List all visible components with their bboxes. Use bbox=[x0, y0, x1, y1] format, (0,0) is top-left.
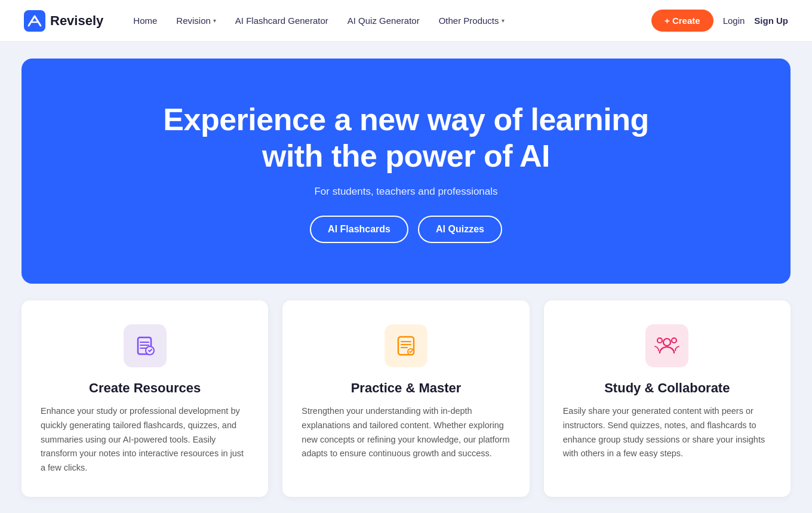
hero-flashcards-button[interactable]: AI Flashcards bbox=[310, 216, 408, 243]
logo-icon bbox=[24, 10, 45, 32]
card-practice-desc: Strengthen your understanding with in-de… bbox=[302, 404, 510, 462]
hero-section: Experience a new way of learning with th… bbox=[21, 59, 791, 284]
logo-link[interactable]: Revisely bbox=[24, 10, 103, 32]
hero-quizzes-button[interactable]: AI Quizzes bbox=[418, 216, 502, 243]
nav-other-products[interactable]: Other Products ▾ bbox=[430, 11, 513, 30]
other-products-chevron-icon: ▾ bbox=[502, 17, 505, 24]
hero-subtitle: For students, teachers and professionals bbox=[45, 186, 767, 198]
nav-ai-flashcard-generator[interactable]: AI Flashcard Generator bbox=[227, 11, 337, 30]
svg-rect-0 bbox=[24, 10, 45, 32]
brand-name: Revisely bbox=[50, 13, 103, 29]
feature-cards: Create Resources Enhance your study or p… bbox=[21, 300, 791, 503]
collaborate-icon-wrap bbox=[645, 324, 688, 367]
edit-icon bbox=[133, 334, 157, 358]
login-button[interactable]: Login bbox=[723, 16, 745, 26]
create-icon-wrap bbox=[124, 324, 167, 367]
card-practice-master: Practice & Master Strengthen your unders… bbox=[282, 300, 529, 497]
nav-actions: + Create Login Sign Up bbox=[651, 10, 788, 32]
card-practice-title: Practice & Master bbox=[302, 380, 510, 396]
nav-revision[interactable]: Revision ▾ bbox=[168, 11, 224, 30]
hero-title: Experience a new way of learning with th… bbox=[45, 102, 767, 175]
svg-point-7 bbox=[657, 338, 662, 343]
card-create-resources: Create Resources Enhance your study or p… bbox=[21, 300, 268, 497]
navbar: Revisely Home Revision ▾ AI Flashcard Ge… bbox=[0, 0, 812, 42]
collaborate-icon bbox=[654, 333, 680, 359]
card-study-collaborate: Study & Collaborate Easily share your ge… bbox=[544, 300, 791, 497]
card-create-title: Create Resources bbox=[41, 380, 249, 396]
card-collaborate-title: Study & Collaborate bbox=[563, 380, 771, 396]
create-button[interactable]: + Create bbox=[651, 10, 713, 32]
nav-ai-quiz-generator[interactable]: AI Quiz Generator bbox=[339, 11, 428, 30]
nav-home[interactable]: Home bbox=[125, 11, 165, 30]
svg-point-6 bbox=[672, 338, 676, 343]
quiz-icon bbox=[394, 334, 418, 358]
card-collaborate-desc: Easily share your generated content with… bbox=[563, 404, 771, 462]
signup-button[interactable]: Sign Up bbox=[754, 16, 788, 26]
card-create-desc: Enhance your study or professional devel… bbox=[41, 404, 249, 476]
revision-chevron-icon: ▾ bbox=[213, 17, 216, 24]
nav-links: Home Revision ▾ AI Flashcard Generator A… bbox=[125, 11, 651, 30]
svg-point-5 bbox=[663, 339, 670, 346]
hero-buttons: AI Flashcards AI Quizzes bbox=[45, 216, 767, 243]
practice-icon-wrap bbox=[385, 324, 427, 367]
